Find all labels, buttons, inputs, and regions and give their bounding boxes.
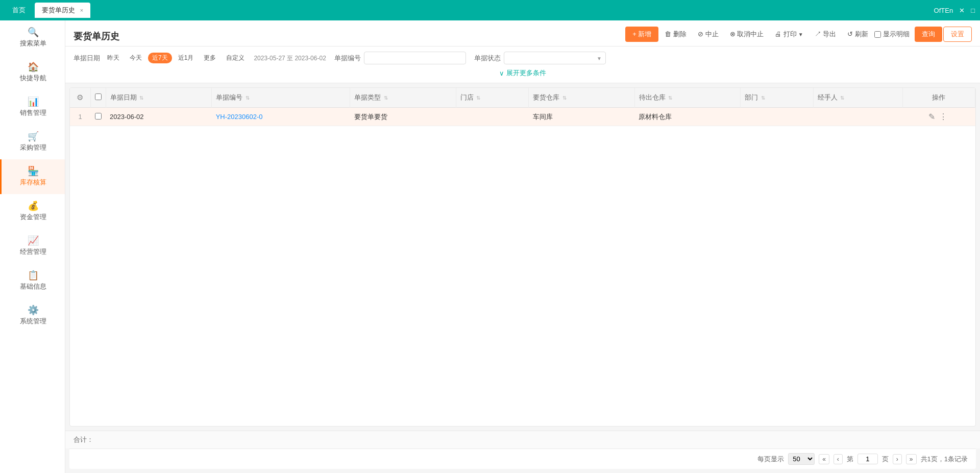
td-actions: ✎ ⋮ (902, 108, 975, 126)
stop-button[interactable]: ⊘ 中止 (693, 27, 724, 41)
cancel-stop-button[interactable]: ⊗ 取消中止 (725, 27, 769, 41)
inventory-icon: 🏪 (28, 167, 39, 176)
delete-button[interactable]: 🗑 删除 (659, 27, 692, 41)
date-tag-today[interactable]: 今天 (126, 53, 146, 63)
table-wrapper[interactable]: ⚙ 单据日期 ⇅ 单据编号 ⇅ (69, 87, 976, 427)
date-filter-group: 单据日期 昨天 今天 近7天 近1月 更多 自定义 2023-05-27 至 2… (74, 53, 326, 63)
sidebar-item-finance[interactable]: 💰 资金管理 (0, 194, 65, 229)
page-size-label: 每页显示 (757, 455, 784, 464)
filter-area: 单据日期 昨天 今天 近7天 近1月 更多 自定义 2023-05-27 至 2… (65, 46, 980, 83)
page-title: 要货单历史 (74, 30, 119, 42)
tab-home[interactable]: 首页 (5, 3, 33, 18)
content-area: 要货单历史 + 新增 🗑 删除 ⊘ 中止 ⊗ 取消中止 🖨 打印 ▼ ↗ 导出 … (65, 20, 980, 473)
tab-close-icon[interactable]: × (80, 7, 83, 13)
sort-operator-icon[interactable]: ⇅ (840, 95, 844, 101)
td-date: 2023-06-02 (106, 108, 212, 126)
date-tag-custom[interactable]: 自定义 (222, 53, 249, 63)
operations-icon: 📈 (28, 236, 39, 245)
date-tag-7days[interactable]: 近7天 (148, 53, 172, 63)
sort-doctype-icon[interactable]: ⇅ (384, 95, 388, 101)
basicinfo-icon: 📋 (28, 271, 39, 280)
window-close-icon[interactable]: ✕ (959, 7, 965, 14)
search-button[interactable]: 查询 (915, 27, 942, 42)
th-docno: 单据编号 ⇅ (212, 88, 350, 108)
status-filter-group: 单据状态 (474, 52, 606, 64)
date-filter-label: 单据日期 (74, 54, 100, 63)
window-maximize-icon[interactable]: □ (971, 7, 975, 14)
print-button[interactable]: 🖨 打印 ▼ (770, 27, 808, 41)
date-range-display: 2023-05-27 至 2023-06-02 (254, 54, 326, 63)
docno-link[interactable]: YH-20230602-0 (216, 113, 263, 121)
sidebar-item-search[interactable]: 🔍 搜索菜单 (0, 20, 65, 55)
new-button[interactable]: + 新增 (625, 27, 658, 42)
sort-docno-icon[interactable]: ⇅ (246, 95, 250, 101)
docno-filter-label: 单据编号 (334, 54, 361, 63)
status-filter-label: 单据状态 (474, 54, 501, 63)
sort-outwarehouse-icon[interactable]: ⇅ (668, 95, 672, 101)
toolbar: + 新增 🗑 删除 ⊘ 中止 ⊗ 取消中止 🖨 打印 ▼ ↗ 导出 ↺ 刷新 显… (625, 27, 972, 46)
th-doctype: 单据类型 ⇅ (350, 88, 456, 108)
sort-warehouse-icon[interactable]: ⇅ (562, 95, 567, 101)
edit-icon[interactable]: ✎ (928, 112, 935, 121)
page-size-select[interactable]: 50 20 100 (788, 453, 815, 465)
status-select[interactable] (504, 52, 606, 64)
page-of-label: 页 (882, 455, 889, 464)
td-warehouse: 车间库 (529, 108, 635, 126)
column-settings-icon[interactable]: ⚙ (77, 93, 83, 102)
sort-department-icon[interactable]: ⇅ (761, 95, 765, 101)
next-page-button[interactable]: › (893, 454, 902, 464)
data-table: ⚙ 单据日期 ⇅ 单据编号 ⇅ (70, 88, 975, 126)
table-header-row: ⚙ 单据日期 ⇅ 单据编号 ⇅ (70, 88, 975, 108)
td-checkbox (90, 108, 106, 126)
row-checkbox[interactable] (95, 113, 102, 120)
sort-store-icon[interactable]: ⇅ (476, 95, 480, 101)
page-number-input[interactable] (857, 454, 878, 464)
sidebar-item-system[interactable]: ⚙️ 系统管理 (0, 298, 65, 333)
sidebar-item-purchase[interactable]: 🛒 采购管理 (0, 125, 65, 159)
finance-icon: 💰 (28, 201, 39, 210)
td-store (456, 108, 528, 126)
select-all-checkbox[interactable] (95, 93, 102, 100)
refresh-button[interactable]: ↺ 刷新 (842, 27, 873, 41)
system-icon: ⚙️ (28, 305, 39, 315)
th-operator: 经手人 ⇅ (813, 88, 902, 108)
sidebar-item-sales[interactable]: 📊 销售管理 (0, 90, 65, 125)
first-page-button[interactable]: « (819, 454, 829, 464)
main-layout: 🔍 搜索菜单 🏠 快捷导航 📊 销售管理 🛒 采购管理 🏪 库存核算 💰 资金管… (0, 20, 980, 473)
th-department: 部门 ⇅ (741, 88, 813, 108)
page-label: 第 (847, 455, 853, 464)
display-detail-toggle[interactable]: 显示明细 (874, 30, 910, 39)
print-dropdown-icon[interactable]: ▼ (798, 32, 803, 37)
date-tag-more[interactable]: 更多 (200, 53, 220, 63)
td-docno: YH-20230602-0 (212, 108, 350, 126)
display-detail-checkbox[interactable] (874, 31, 881, 38)
page-header: 要货单历史 + 新增 🗑 删除 ⊘ 中止 ⊗ 取消中止 🖨 打印 ▼ ↗ 导出 … (65, 20, 980, 46)
prev-page-button[interactable]: ‹ (834, 454, 843, 464)
more-icon[interactable]: ⋮ (939, 112, 947, 121)
top-bar-right: OfTEn ✕ □ (934, 7, 975, 14)
last-page-button[interactable]: » (906, 454, 917, 464)
sidebar-item-operations[interactable]: 📈 经营管理 (0, 229, 65, 264)
sidebar: 🔍 搜索菜单 🏠 快捷导航 📊 销售管理 🛒 采购管理 🏪 库存核算 💰 资金管… (0, 20, 65, 473)
sidebar-item-basic-info[interactable]: 📋 基础信息 (0, 264, 65, 298)
td-department (741, 108, 813, 126)
purchase-icon: 🛒 (28, 132, 39, 141)
status-select-wrapper (504, 52, 606, 64)
table-row[interactable]: 1 2023-06-02 YH-20230602-0 要货单要货 车间库 原材料… (70, 108, 975, 126)
export-button[interactable]: ↗ 导出 (810, 27, 842, 41)
summary-label: 合计： (74, 435, 93, 444)
date-tag-yesterday[interactable]: 昨天 (103, 53, 124, 63)
sidebar-item-quicknav[interactable]: 🏠 快捷导航 (0, 55, 65, 90)
docno-input[interactable] (364, 52, 466, 64)
settings-button[interactable]: 设置 (943, 27, 972, 42)
td-outwarehouse: 原材料仓库 (634, 108, 741, 126)
date-tags: 昨天 今天 近7天 近1月 更多 自定义 (103, 53, 249, 63)
sidebar-item-inventory[interactable]: 🏪 库存核算 (0, 159, 65, 194)
td-operator (813, 108, 902, 126)
tab-purchase-history[interactable]: 要货单历史 × (35, 3, 90, 18)
date-tag-1month[interactable]: 近1月 (174, 53, 198, 63)
td-index: 1 (70, 108, 90, 126)
sort-date-icon[interactable]: ⇅ (139, 95, 143, 101)
th-warehouse: 要货仓库 ⇅ (529, 88, 635, 108)
expand-more-button[interactable]: ∨ 展开更多条件 (499, 68, 546, 78)
